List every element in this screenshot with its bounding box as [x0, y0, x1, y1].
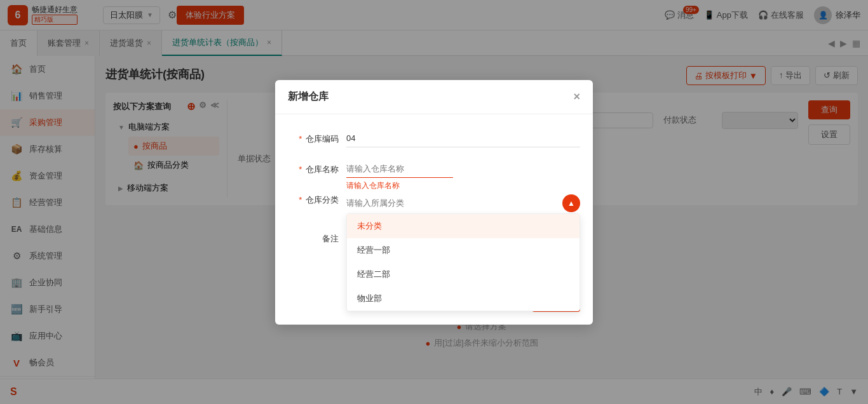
modal-dialog: 新增仓库 × * 仓库编码 * 仓库名称 [275, 80, 593, 325]
note-label: 备注 [288, 229, 339, 245]
name-error-msg: 请输入仓库名称 [346, 180, 400, 191]
modal-overlay: 新增仓库 × * 仓库编码 * 仓库名称 [0, 0, 868, 404]
category-option-dept1[interactable]: 经营一部 [347, 238, 580, 262]
category-dropdown-toggle[interactable]: ▲ [562, 194, 580, 212]
category-input-row: ▲ [346, 191, 580, 217]
form-row-code: * 仓库编码 [288, 130, 580, 147]
name-input[interactable] [346, 160, 453, 178]
modal-body: * 仓库编码 * 仓库名称 请输入仓库名称 * [275, 114, 593, 283]
required-star-name: * [299, 165, 302, 174]
form-row-name: * 仓库名称 请输入仓库名称 [288, 160, 580, 178]
category-dropdown-wrapper: ▲ 未分类 经营一部 经营二部 物业部 [346, 191, 580, 217]
name-label: * 仓库名称 [288, 160, 339, 175]
required-star-category: * [299, 195, 302, 205]
category-label: * 仓库分类 [288, 191, 339, 206]
code-input[interactable] [346, 130, 580, 147]
modal-close-button[interactable]: × [573, 90, 580, 104]
required-star-code: * [299, 134, 302, 144]
code-label: * 仓库编码 [288, 130, 339, 145]
form-row-category: * 仓库分类 ▲ 未分类 经营一部 经营二部 物业部 [288, 191, 580, 217]
category-option-dept2[interactable]: 经营二部 [347, 262, 580, 286]
category-input[interactable] [346, 198, 562, 208]
category-dropdown-list: 未分类 经营一部 经营二部 物业部 [346, 213, 580, 311]
category-option-unclassified[interactable]: 未分类 [347, 214, 580, 238]
modal-header: 新增仓库 × [275, 80, 593, 114]
category-option-dept3[interactable]: 物业部 [347, 286, 580, 311]
modal-title: 新增仓库 [288, 90, 329, 104]
